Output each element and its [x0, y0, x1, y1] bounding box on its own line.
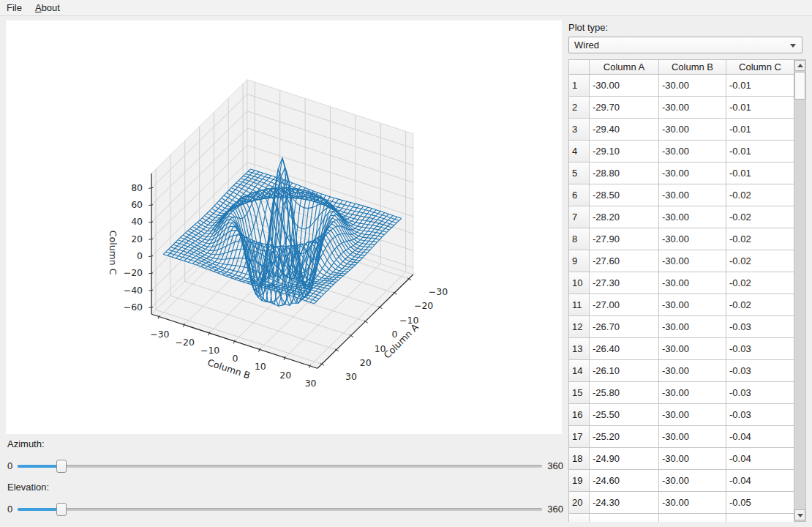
table-cell[interactable]: -0.05	[726, 492, 794, 514]
table-cell[interactable]: -0.02	[726, 294, 794, 316]
row-number[interactable]: 8	[569, 228, 590, 250]
table-cell[interactable]: -0.03	[726, 316, 794, 338]
row-number[interactable]: 1	[569, 75, 590, 97]
table-cell[interactable]: -0.02	[726, 272, 794, 294]
row-number[interactable]: 15	[569, 382, 590, 404]
azimuth-slider-track[interactable]	[18, 465, 542, 468]
table-cell[interactable]: -30.00	[659, 97, 726, 119]
table-cell[interactable]: -30.00	[659, 404, 726, 426]
row-number[interactable]: 10	[569, 272, 590, 294]
table-cell[interactable]: -30.00	[659, 119, 726, 141]
column-header-column-a[interactable]: Column A	[590, 60, 659, 75]
row-number[interactable]: 5	[569, 162, 590, 184]
table-cell[interactable]: -30.00	[659, 184, 726, 206]
table-cell[interactable]: -0.04	[726, 426, 794, 448]
table-cell[interactable]: -30.00	[659, 492, 726, 514]
table-cell[interactable]: -29.70	[590, 97, 659, 119]
table-cell[interactable]: -28.80	[590, 162, 659, 184]
table-cell[interactable]: -24.60	[590, 470, 659, 492]
table-cell[interactable]: -30.00	[659, 426, 726, 448]
table-cell[interactable]: -27.60	[590, 250, 659, 272]
table-cell[interactable]: -27.00	[590, 294, 659, 316]
table-cell[interactable]: -0.01	[726, 75, 794, 97]
table-cell[interactable]	[590, 514, 659, 522]
row-number[interactable]: 3	[569, 119, 590, 141]
azimuth-slider-handle[interactable]	[56, 460, 67, 473]
table-cell[interactable]: -26.70	[590, 316, 659, 338]
row-number[interactable]: 7	[569, 206, 590, 228]
row-number[interactable]: 11	[569, 294, 590, 316]
table-cell[interactable]: -0.01	[726, 162, 794, 184]
table-scrollbar[interactable]	[794, 59, 806, 522]
table-cell[interactable]	[659, 514, 726, 522]
table-cell[interactable]: -30.00	[659, 250, 726, 272]
table-cell[interactable]: -30.00	[659, 228, 726, 250]
row-number[interactable]: 19	[569, 470, 590, 492]
row-number[interactable]: 9	[569, 250, 590, 272]
table-cell[interactable]: -26.40	[590, 338, 659, 360]
table-cell[interactable]: -0.02	[726, 228, 794, 250]
table-cell[interactable]: -0.01	[726, 119, 794, 141]
table-cell[interactable]: -30.00	[659, 382, 726, 404]
table-cell[interactable]: -30.00	[659, 470, 726, 492]
table-cell[interactable]: -0.03	[726, 382, 794, 404]
table-cell[interactable]: -30.00	[659, 338, 726, 360]
row-number[interactable]	[569, 514, 590, 522]
table-cell[interactable]: -0.03	[726, 360, 794, 382]
table-cell[interactable]: -26.10	[590, 360, 659, 382]
table-cell[interactable]: -30.00	[659, 75, 726, 97]
column-header-column-c[interactable]: Column C	[726, 60, 794, 75]
scroll-down-button[interactable]	[794, 509, 805, 520]
elevation-slider-track[interactable]	[18, 508, 542, 511]
plot-type-select[interactable]: Wired	[568, 37, 802, 53]
elevation-slider[interactable]	[18, 503, 542, 516]
table-cell[interactable]: -25.20	[590, 426, 659, 448]
table-cell[interactable]: -25.50	[590, 404, 659, 426]
table-corner-header[interactable]	[569, 60, 590, 75]
table-cell[interactable]: -0.02	[726, 184, 794, 206]
table-cell[interactable]: -30.00	[659, 316, 726, 338]
table-cell[interactable]: -27.90	[590, 228, 659, 250]
row-number[interactable]: 13	[569, 338, 590, 360]
table-cell[interactable]: -29.10	[590, 141, 659, 162]
scroll-up-button[interactable]	[794, 60, 805, 71]
row-number[interactable]: 2	[569, 97, 590, 119]
table-cell[interactable]: -0.04	[726, 448, 794, 470]
table-cell[interactable]: -0.04	[726, 470, 794, 492]
table-cell[interactable]: -0.03	[726, 404, 794, 426]
table-cell[interactable]: -28.20	[590, 206, 659, 228]
table-cell[interactable]: -0.02	[726, 206, 794, 228]
table-cell[interactable]: -0.02	[726, 250, 794, 272]
row-number[interactable]: 18	[569, 448, 590, 470]
table-cell[interactable]: -25.80	[590, 382, 659, 404]
table-cell[interactable]: -24.30	[590, 492, 659, 514]
row-number[interactable]: 17	[569, 426, 590, 448]
row-number[interactable]: 20	[569, 492, 590, 514]
table-cell[interactable]: -30.00	[590, 75, 659, 97]
elevation-slider-handle[interactable]	[56, 503, 67, 516]
azimuth-slider[interactable]	[18, 460, 542, 473]
table-cell[interactable]: -30.00	[659, 272, 726, 294]
row-number[interactable]: 6	[569, 184, 590, 206]
table-cell[interactable]: -30.00	[659, 360, 726, 382]
table-cell[interactable]: -27.30	[590, 272, 659, 294]
table-cell[interactable]: -0.03	[726, 338, 794, 360]
column-header-column-b[interactable]: Column B	[659, 60, 726, 75]
table-cell[interactable]: -0.01	[726, 141, 794, 162]
row-number[interactable]: 16	[569, 404, 590, 426]
table-cell[interactable]: -30.00	[659, 141, 726, 162]
row-number[interactable]: 14	[569, 360, 590, 382]
menu-item-file[interactable]: File	[0, 0, 29, 15]
table-cell[interactable]: -30.00	[659, 294, 726, 316]
table-cell[interactable]: -30.00	[659, 162, 726, 184]
table-cell[interactable]: -24.90	[590, 448, 659, 470]
table-cell[interactable]: -0.01	[726, 97, 794, 119]
table-cell[interactable]: -28.50	[590, 184, 659, 206]
row-number[interactable]: 4	[569, 141, 590, 162]
table-cell[interactable]: -30.00	[659, 206, 726, 228]
table-cell[interactable]	[726, 514, 794, 522]
menu-item-about[interactable]: About	[29, 0, 67, 15]
scrollbar-thumb[interactable]	[794, 72, 805, 100]
table-cell[interactable]: -29.40	[590, 119, 659, 141]
table-cell[interactable]: -30.00	[659, 448, 726, 470]
